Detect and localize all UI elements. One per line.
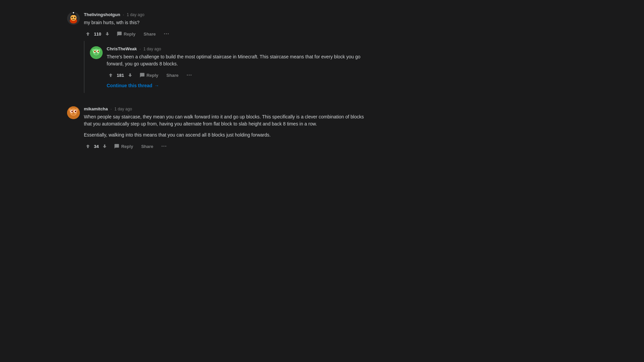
svg-point-28 [75,111,76,112]
vote-section-3: 34 [84,142,109,150]
vote-count-3: 34 [94,144,99,149]
comment-text-1: my brain hurts, wth is this? [84,19,369,26]
svg-point-16 [95,52,97,54]
comment-row-1: Thelivingshotgun · 1 day ago my brain hu… [67,9,369,41]
avatar-svg-1 [67,12,80,25]
reply-button-3[interactable]: Reply [111,142,136,150]
avatar-col-1 [67,12,80,38]
comment-body-3: mikamitcha · 1 day ago When people say s… [84,106,369,151]
comment-header-1: Thelivingshotgun · 1 day ago [84,12,369,17]
comment-text-3-para2: Essentially, walking into this means tha… [84,132,369,139]
continue-thread-link[interactable]: Continue this thread → [107,81,369,90]
avatar-col-2 [90,46,103,90]
avatar-svg-3 [67,106,80,119]
avatar-christheweak [90,46,103,59]
downvote-button-3[interactable] [101,142,109,150]
reply-icon-1 [117,31,122,37]
vote-section-2: 181 [107,71,134,79]
more-button-1[interactable]: ··· [161,30,172,38]
separator-1: · [123,12,124,17]
username-1: Thelivingshotgun [84,12,120,17]
reply-icon-3 [114,144,119,149]
reply-button-2[interactable]: Reply [137,71,161,79]
svg-point-4 [74,17,75,18]
more-button-2[interactable]: ··· [184,71,195,80]
separator-2: · [140,47,141,51]
timestamp-3: 1 day ago [114,107,132,111]
upvote-icon-1 [85,31,91,37]
svg-point-2 [70,15,76,21]
downvote-icon-2 [127,72,133,78]
comment-text-2: There's been a challenge to build the mo… [107,53,369,67]
comment-actions-3: 34 Reply [84,142,369,151]
svg-point-18 [98,49,100,52]
comment-actions-1: 110 Reply [84,30,369,38]
comment-header-3: mikamitcha · 1 day ago [84,106,369,111]
downvote-icon-3 [102,144,107,149]
timestamp-1: 1 day ago [127,12,145,17]
timestamp-2: 1 day ago [143,47,161,51]
comment-3: mikamitcha · 1 day ago When people say s… [67,101,369,159]
svg-point-29 [72,112,74,114]
comment-body-1: Thelivingshotgun · 1 day ago my brain hu… [84,12,369,38]
avatar-svg-2 [90,46,103,59]
avatar-mikamitcha [67,106,80,119]
comment-body-2: ChrisTheWeak · 1 day ago There's been a … [107,46,369,90]
comment-thread: Thelivingshotgun · 1 day ago my brain hu… [67,7,369,159]
downvote-button-2[interactable] [126,71,134,79]
vote-section-1: 110 [84,30,111,38]
comment-row-3: mikamitcha · 1 day ago When people say s… [67,104,369,153]
upvote-button-1[interactable] [84,30,92,38]
share-button-2[interactable]: Share [164,71,181,79]
upvote-button-3[interactable] [84,142,92,150]
reply-icon-2 [140,72,145,78]
upvote-icon-2 [108,72,113,78]
vote-count-1: 110 [94,32,101,37]
share-button-3[interactable]: Share [139,143,156,150]
upvote-icon-3 [85,144,91,149]
svg-point-27 [72,111,72,112]
avatar-thelivingshotgun [67,12,80,25]
svg-point-7 [73,12,74,13]
more-button-3[interactable]: ··· [159,142,169,151]
svg-point-3 [71,17,73,18]
comment-header-2: ChrisTheWeak · 1 day ago [107,46,369,51]
comment-actions-2: 181 Repl [107,71,369,80]
downvote-icon-1 [105,31,110,37]
svg-point-14 [95,51,95,52]
upvote-button-2[interactable] [107,71,115,79]
separator-3: · [111,107,112,111]
comment-1: Thelivingshotgun · 1 day ago my brain hu… [67,7,369,98]
username-2: ChrisTheWeak [107,46,137,51]
svg-point-17 [92,49,94,52]
reply-button-1[interactable]: Reply [114,30,138,38]
vote-count-2: 181 [117,73,124,78]
comment-text-3-para1: When people say staircase, they mean you… [84,113,369,127]
username-3: mikamitcha [84,106,108,111]
continue-thread-arrow: → [154,83,159,88]
avatar-col-3 [67,106,80,151]
downvote-button-1[interactable] [103,30,111,38]
share-button-1[interactable]: Share [141,30,158,38]
nested-comment-2: ChrisTheWeak · 1 day ago There's been a … [84,41,369,93]
comment-row-2: ChrisTheWeak · 1 day ago There's been a … [90,44,369,93]
